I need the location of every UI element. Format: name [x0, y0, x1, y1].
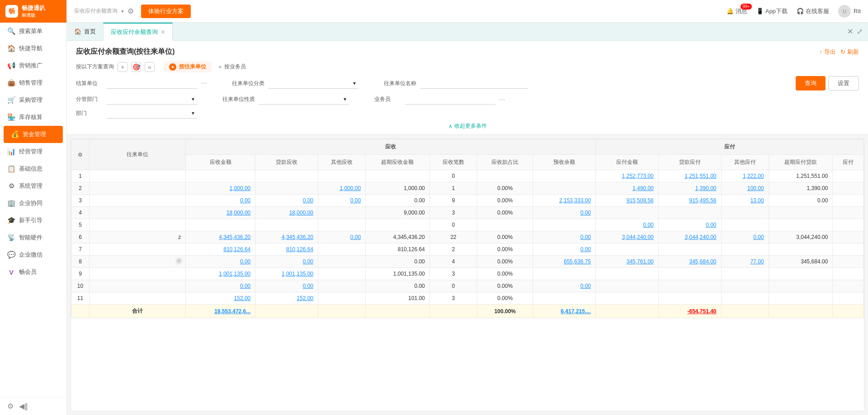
- table-cell[interactable]: 0.00: [186, 256, 255, 268]
- table-cell: 0.00: [366, 256, 430, 268]
- table-cell[interactable]: 0.00: [255, 280, 318, 292]
- maximize-icon[interactable]: ⤢: [857, 27, 863, 36]
- table-cell[interactable]: 0.00: [596, 219, 659, 231]
- partner-cat-select[interactable]: ▾: [268, 78, 359, 89]
- table-cell[interactable]: 655,636.75: [533, 256, 596, 268]
- table-cell[interactable]: 1,000.00: [318, 182, 366, 195]
- table-cell[interactable]: 13.00: [721, 195, 769, 207]
- footer-prepay[interactable]: 6,417,215....: [533, 305, 596, 318]
- table-cell[interactable]: 0.00: [533, 280, 596, 292]
- sidebar-item-quick-nav[interactable]: 🏠 快捷导航: [0, 40, 66, 57]
- table-cell[interactable]: 0.00: [318, 231, 366, 243]
- sidebar-item-inventory[interactable]: 🏪 库存核算: [0, 109, 66, 126]
- table-cell[interactable]: 1,001,135.00: [186, 268, 255, 280]
- department-select[interactable]: ▾: [107, 108, 197, 119]
- filter-target-icon[interactable]: 🎯: [131, 62, 141, 72]
- table-cell[interactable]: 1,390.00: [658, 182, 721, 195]
- table-cell[interactable]: 0.00: [658, 219, 721, 231]
- table-cell[interactable]: 1,490.00: [596, 182, 659, 195]
- sidebar-item-finance[interactable]: 💰 资金管理: [4, 126, 63, 143]
- settlement-dots-icon[interactable]: ···: [201, 79, 207, 87]
- sub-nav-by-salesman[interactable]: 按业务员: [213, 61, 251, 72]
- table-cell[interactable]: 915,508.56: [596, 195, 659, 207]
- table-cell[interactable]: 18,000.00: [255, 207, 318, 219]
- table-cell[interactable]: 4,345,436.20: [255, 231, 318, 243]
- app-download-btn[interactable]: 📱 App下载: [756, 7, 788, 15]
- user-area[interactable]: U Rit: [838, 5, 861, 18]
- sidebar-item-basic-info[interactable]: 📋 基础信息: [0, 160, 66, 177]
- partner-name-input[interactable]: [420, 78, 528, 89]
- close-window-icon[interactable]: ✕: [847, 27, 853, 36]
- partner-nature-select[interactable]: ▾: [259, 94, 349, 105]
- sidebar-item-purchase[interactable]: 🛒 采购管理: [0, 91, 66, 109]
- table-cell[interactable]: 345,684.00: [658, 256, 721, 268]
- table-cell[interactable]: 100.00: [721, 182, 769, 195]
- sidebar-item-search-menu[interactable]: 🔍 搜索菜单: [0, 23, 66, 40]
- trial-btn[interactable]: 体验行业方案: [141, 5, 191, 18]
- sidebar-item-sales[interactable]: 👜 销售管理: [0, 74, 66, 91]
- sidebar-item-enterprise[interactable]: 🏢 企业协同: [0, 195, 66, 212]
- filter-add-btn[interactable]: +: [118, 62, 127, 72]
- table-cell[interactable]: 810,126.64: [255, 243, 318, 256]
- table-cell[interactable]: 0.00: [255, 256, 318, 268]
- message-btn[interactable]: 🔔 消息 99+: [726, 7, 747, 15]
- settings-bottom-icon[interactable]: ⚙: [7, 402, 14, 410]
- sidebar-item-management[interactable]: 📊 经营管理: [0, 143, 66, 160]
- online-service-btn[interactable]: 🎧 在线客服: [797, 7, 829, 15]
- table-cell[interactable]: 0.00: [721, 231, 769, 243]
- col-ar-ratio: 应收款占比: [477, 155, 533, 170]
- settings-btn[interactable]: 设置: [828, 76, 859, 91]
- sub-nav-by-partner[interactable]: ● 按往来单位: [164, 61, 212, 72]
- gear-icon[interactable]: ⚙: [127, 7, 134, 15]
- table-cell[interactable]: 1,000.00: [186, 182, 255, 195]
- table-cell[interactable]: 3,044,240.00: [596, 231, 659, 243]
- col-ap-amt: 应付金额: [596, 155, 659, 170]
- refresh-btn[interactable]: ↻ 刷新: [840, 48, 859, 56]
- table-cell[interactable]: 4,345,436.20: [186, 231, 255, 243]
- table-cell[interactable]: 0.00: [533, 243, 596, 256]
- salesman-dots-icon[interactable]: ···: [499, 95, 505, 104]
- query-btn[interactable]: 查询: [796, 76, 826, 91]
- table-cell[interactable]: 345,761.00: [596, 256, 659, 268]
- tab-home[interactable]: 🏠 首页: [67, 23, 103, 41]
- col-settings[interactable]: ⚙: [71, 139, 90, 170]
- footer-ar-amt[interactable]: 19,553,472,6...: [186, 305, 255, 318]
- table-cell[interactable]: 2,153,333.00: [533, 195, 596, 207]
- table-cell[interactable]: 0.00: [318, 195, 366, 207]
- table-cell[interactable]: 0.00: [533, 207, 596, 219]
- avatar: U: [838, 5, 851, 18]
- header-dropdown[interactable]: ▾: [121, 8, 124, 14]
- table-cell[interactable]: 915,495.56: [658, 195, 721, 207]
- table-cell[interactable]: 0.00: [533, 231, 596, 243]
- table-cell[interactable]: 1,252,773.00: [596, 170, 659, 182]
- table-cell[interactable]: 1,251,551.00: [658, 170, 721, 182]
- sidebar-item-wechat[interactable]: 💬 企业微信: [0, 246, 66, 263]
- sidebar-item-guide[interactable]: 🎓 新手引导: [0, 212, 66, 229]
- table-cell[interactable]: 77.00: [721, 256, 769, 268]
- table-cell[interactable]: 18,000.00: [186, 207, 255, 219]
- table-cell[interactable]: 0.00: [255, 195, 318, 207]
- table-cell[interactable]: 152.00: [186, 292, 255, 305]
- table-cell[interactable]: 1,222.00: [721, 170, 769, 182]
- table-cell[interactable]: 0.00: [186, 280, 255, 292]
- salesman-input[interactable]: [405, 94, 495, 105]
- sidebar-item-marketing[interactable]: 📢 营销推广: [0, 57, 66, 74]
- tab-ar-ap[interactable]: 应收应付余额查询 ✕: [103, 23, 173, 41]
- settlement-input[interactable]: [107, 78, 197, 89]
- sidebar-item-vip[interactable]: V 畅会员: [0, 263, 66, 281]
- dept-select[interactable]: ▾: [107, 94, 197, 105]
- filter-collapse-left-icon[interactable]: «: [145, 62, 155, 72]
- footer-ap-loan[interactable]: -654,751.40: [658, 305, 721, 318]
- table-cell[interactable]: 810,126.64: [186, 243, 255, 256]
- table-cell[interactable]: 3,044,240.00: [658, 231, 721, 243]
- export-btn[interactable]: ↑ 导出: [820, 48, 836, 56]
- tab-close-icon[interactable]: ✕: [160, 29, 165, 35]
- sidebar-item-system[interactable]: ⚙ 系统管理: [0, 177, 66, 195]
- row-number: 9: [71, 268, 90, 280]
- table-cell[interactable]: 1,001,135.00: [255, 268, 318, 280]
- sidebar-item-smart-hw[interactable]: 📡 智能硬件: [0, 229, 66, 246]
- collapse-icon[interactable]: ◀‖: [19, 402, 28, 410]
- collapse-btn[interactable]: ∧ 收起更多条件: [448, 122, 487, 130]
- table-cell[interactable]: 152.00: [255, 292, 318, 305]
- table-cell[interactable]: 0.00: [186, 195, 255, 207]
